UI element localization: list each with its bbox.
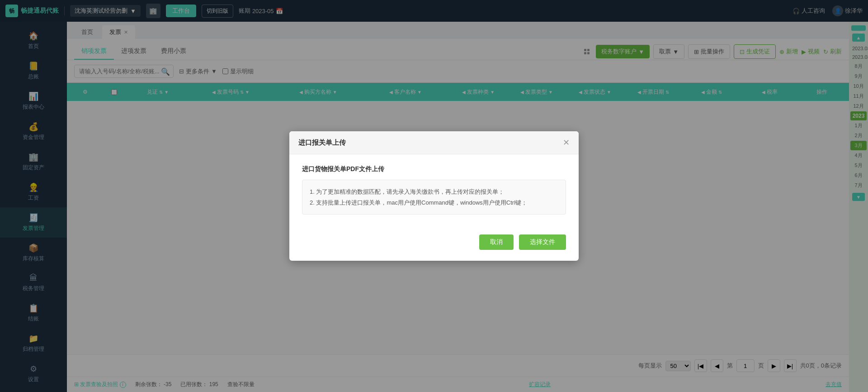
modal-cancel-button[interactable]: 取消 [479, 234, 514, 250]
modal-body: 进口货物报关单PDF文件上传 1. 为了更加精准的数据匹配，请先录入海关缴款书，… [289, 154, 579, 234]
modal-overlay: 进口报关单上传 ✕ 进口货物报关单PDF文件上传 1. 为了更加精准的数据匹配，… [0, 0, 868, 392]
modal-footer: 取消 选择文件 [289, 234, 579, 261]
modal-info-line2: 2. 支持批量上传进口报关单，mac用户使用Command键，windows用户… [310, 197, 558, 208]
modal-section-title: 进口货物报关单PDF文件上传 [302, 165, 566, 173]
modal-info-line1: 1. 为了更加精准的数据匹配，请先录入海关缴款书，再上传对应的报关单； [310, 186, 558, 197]
modal-select-file-button[interactable]: 选择文件 [519, 234, 566, 250]
modal-info-box: 1. 为了更加精准的数据匹配，请先录入海关缴款书，再上传对应的报关单； 2. 支… [302, 180, 566, 215]
import-modal: 进口报关单上传 ✕ 进口货物报关单PDF文件上传 1. 为了更加精准的数据匹配，… [289, 131, 579, 261]
modal-title: 进口报关单上传 [298, 139, 346, 147]
modal-header: 进口报关单上传 ✕ [289, 131, 579, 154]
modal-close-button[interactable]: ✕ [563, 138, 570, 148]
